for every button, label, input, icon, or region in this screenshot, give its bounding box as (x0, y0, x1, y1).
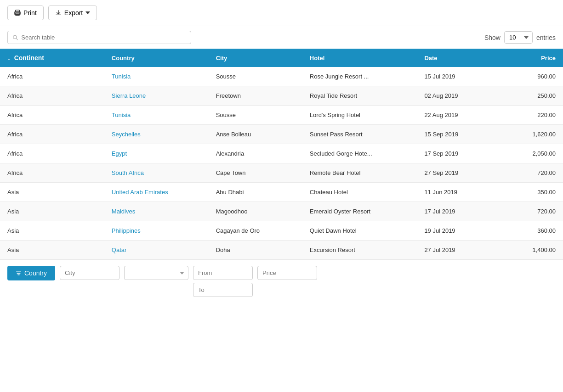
price-input[interactable] (257, 266, 317, 280)
date-range-filter (193, 266, 253, 297)
main-table: ↓ Continent Country City Hotel Date Pric… (0, 49, 563, 260)
show-label: Show (484, 34, 500, 41)
cell-country: United Arab Emirates (104, 183, 209, 202)
search-entries-row: Show 10 25 50 100 entries (0, 26, 563, 49)
cell-date: 27 Jul 2019 (417, 241, 495, 260)
export-icon (55, 10, 62, 16)
cell-continent: Africa (0, 125, 104, 144)
table-row: Asia Philippines Cagayan de Oro Quiet Da… (0, 221, 563, 241)
cell-country: Qatar (104, 241, 209, 260)
cell-price: 720.00 (495, 202, 563, 221)
cell-continent: Asia (0, 183, 104, 202)
entries-select[interactable]: 10 25 50 100 (504, 31, 533, 44)
table-row: Asia Qatar Doha Excursion Resort 27 Jul … (0, 241, 563, 260)
cell-hotel: Rose Jungle Resort ... (302, 67, 417, 86)
print-icon (14, 10, 21, 16)
table-container: ↓ Continent Country City Hotel Date Pric… (0, 49, 563, 260)
table-row: Africa Sierra Leone Freetown Royal Tide … (0, 86, 563, 106)
cell-city: Sousse (209, 67, 302, 86)
cell-date: 17 Jul 2019 (417, 202, 495, 221)
cell-price: 960.00 (495, 67, 563, 86)
entries-label: entries (536, 34, 556, 41)
cell-city: Sousse (209, 106, 302, 125)
table-row: Asia United Arab Emirates Abu Dhabi Chat… (0, 183, 563, 202)
cell-city: Alexandria (209, 144, 302, 163)
cell-date: 02 Aug 2019 (417, 86, 495, 106)
cell-country: Egypt (104, 144, 209, 163)
col-country[interactable]: Country (104, 49, 209, 67)
cell-continent: Africa (0, 67, 104, 86)
cell-date: 19 Jul 2019 (417, 221, 495, 241)
cell-price: 250.00 (495, 86, 563, 106)
cell-country: South Africa (104, 163, 209, 183)
cell-price: 350.00 (495, 183, 563, 202)
cell-country: Philippines (104, 221, 209, 241)
cell-date: 17 Sep 2019 (417, 144, 495, 163)
print-button[interactable]: Print (7, 6, 44, 20)
cell-country: Maldives (104, 202, 209, 221)
cell-city: Magoodhoo (209, 202, 302, 221)
print-label: Print (23, 9, 37, 17)
cell-hotel: Quiet Dawn Hotel (302, 221, 417, 241)
cell-date: 15 Sep 2019 (417, 125, 495, 144)
city-filter-input[interactable] (60, 266, 119, 280)
cell-continent: Africa (0, 163, 104, 183)
country-filter-label: Country (24, 269, 47, 277)
cell-continent: Africa (0, 86, 104, 106)
export-label: Export (64, 9, 83, 17)
date-from-input[interactable] (193, 266, 253, 280)
table-row: Africa Egypt Alexandria Secluded Gorge H… (0, 144, 563, 163)
cell-price: 720.00 (495, 163, 563, 183)
date-to-input[interactable] (193, 283, 253, 297)
filter-icon (16, 270, 22, 276)
cell-country: Tunisia (104, 106, 209, 125)
cell-city: Cape Town (209, 163, 302, 183)
price-filter (257, 266, 317, 280)
cell-city: Freetown (209, 86, 302, 106)
cell-price: 1,400.00 (495, 241, 563, 260)
cell-hotel: Secluded Gorge Hote... (302, 144, 417, 163)
col-hotel[interactable]: Hotel (302, 49, 417, 67)
hotel-filter-select[interactable] (124, 266, 188, 280)
cell-continent: Asia (0, 202, 104, 221)
show-entries-container: Show 10 25 50 100 entries (484, 31, 556, 44)
cell-price: 1,620.00 (495, 125, 563, 144)
cell-hotel: Remote Bear Hotel (302, 163, 417, 183)
cell-hotel: Sunset Pass Resort (302, 125, 417, 144)
search-icon (12, 34, 18, 41)
sort-arrow-icon: ↓ (7, 54, 11, 62)
search-input[interactable] (21, 34, 186, 41)
filter-row: Country (0, 260, 563, 302)
cell-date: 27 Sep 2019 (417, 163, 495, 183)
col-price[interactable]: Price (495, 49, 563, 67)
export-button[interactable]: Export (48, 6, 97, 20)
cell-city: Abu Dhabi (209, 183, 302, 202)
svg-point-3 (19, 12, 20, 13)
col-city[interactable]: City (209, 49, 302, 67)
cell-hotel: Excursion Resort (302, 241, 417, 260)
cell-hotel: Lord's Spring Hotel (302, 106, 417, 125)
cell-continent: Asia (0, 221, 104, 241)
cell-city: Anse Boileau (209, 125, 302, 144)
cell-continent: Africa (0, 144, 104, 163)
table-row: Africa South Africa Cape Town Remote Bea… (0, 163, 563, 183)
cell-hotel: Emerald Oyster Resort (302, 202, 417, 221)
cell-country: Seychelles (104, 125, 209, 144)
cell-date: 22 Aug 2019 (417, 106, 495, 125)
search-box-container (7, 31, 191, 44)
table-row: Africa Seychelles Anse Boileau Sunset Pa… (0, 125, 563, 144)
table-body: Africa Tunisia Sousse Rose Jungle Resort… (0, 67, 563, 260)
table-row: Asia Maldives Magoodhoo Emerald Oyster R… (0, 202, 563, 221)
svg-rect-0 (16, 10, 20, 12)
table-header-row: ↓ Continent Country City Hotel Date Pric… (0, 49, 563, 67)
cell-country: Tunisia (104, 67, 209, 86)
cell-date: 11 Jun 2019 (417, 183, 495, 202)
cell-hotel: Chateau Hotel (302, 183, 417, 202)
cell-price: 2,050.00 (495, 144, 563, 163)
col-continent[interactable]: ↓ Continent (0, 49, 104, 67)
cell-city: Cagayan de Oro (209, 221, 302, 241)
export-chevron-icon (85, 11, 90, 14)
country-filter-button[interactable]: Country (7, 266, 55, 280)
col-date[interactable]: Date (417, 49, 495, 67)
cell-city: Doha (209, 241, 302, 260)
